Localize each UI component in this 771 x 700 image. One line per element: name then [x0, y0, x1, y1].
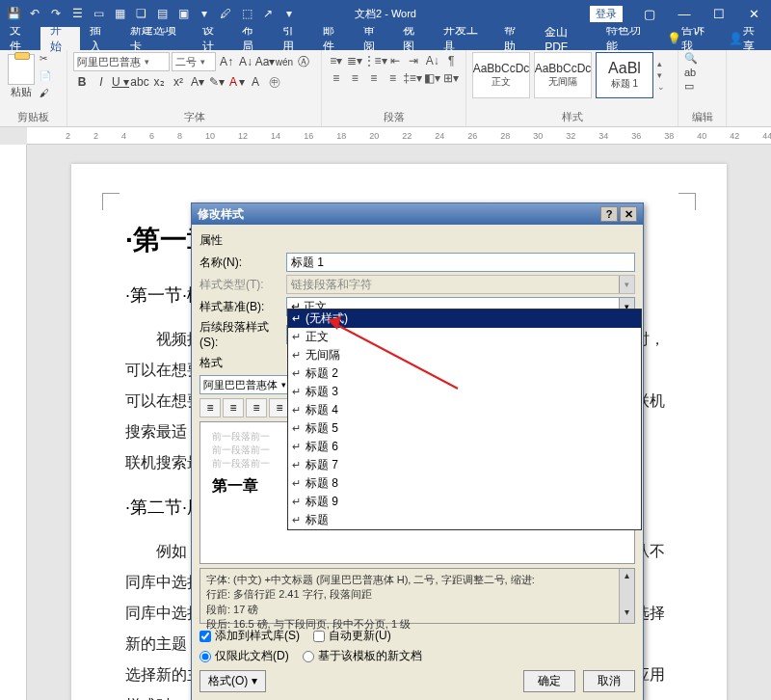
- ribbon-options-icon[interactable]: ▢: [632, 0, 667, 27]
- shrink-font-icon[interactable]: A↓: [237, 52, 254, 71]
- vertical-ruler[interactable]: [0, 145, 27, 700]
- find-icon[interactable]: 🔍: [684, 52, 720, 65]
- qat-icon[interactable]: ▭: [89, 4, 108, 23]
- save-icon[interactable]: 💾: [4, 4, 23, 23]
- qat-icon[interactable]: ▤: [152, 4, 172, 23]
- tab-review[interactable]: 审阅: [354, 27, 394, 50]
- align-center-icon[interactable]: ≡: [223, 398, 244, 417]
- grow-font-icon[interactable]: A↑: [218, 52, 235, 71]
- text-effects-icon[interactable]: A▾: [189, 73, 206, 91]
- dropdown-item-none[interactable]: ↵(无样式): [288, 310, 641, 328]
- close-icon[interactable]: ✕: [736, 0, 771, 27]
- replace-icon[interactable]: ab: [684, 67, 720, 78]
- dialog-titlebar[interactable]: 修改样式 ? ✕: [192, 203, 643, 225]
- align-right-icon[interactable]: ≡: [246, 398, 267, 417]
- close-icon[interactable]: ✕: [620, 206, 637, 222]
- style-heading1[interactable]: AaBl标题 1: [596, 52, 653, 98]
- login-button[interactable]: 登录: [590, 6, 623, 22]
- phonetic-icon[interactable]: wén: [276, 52, 293, 71]
- dropdown-item[interactable]: ↵标题: [288, 511, 641, 529]
- style-nospacing[interactable]: AaBbCcDc无间隔: [534, 52, 592, 98]
- bullets-icon[interactable]: ≡▾: [328, 52, 345, 69]
- dropdown-item[interactable]: ↵标题 5: [288, 419, 641, 438]
- show-marks-icon[interactable]: ¶: [443, 52, 461, 69]
- dropdown-item[interactable]: ↵无间隔: [288, 346, 641, 364]
- minimize-icon[interactable]: —: [667, 0, 702, 27]
- align-center-icon[interactable]: ≡: [347, 69, 364, 87]
- cut-icon[interactable]: ✂: [39, 52, 56, 67]
- format-menu-button[interactable]: 格式(O) ▾: [199, 670, 266, 692]
- tab-mailings[interactable]: 邮件: [313, 27, 354, 50]
- dropdown-item[interactable]: ↵标题 8: [288, 474, 641, 493]
- based-on-template-radio[interactable]: 基于该模板的新文档: [303, 648, 422, 664]
- qat-icon[interactable]: 🖊: [216, 4, 235, 23]
- dropdown-item[interactable]: ↵标题 7: [288, 456, 641, 474]
- line-spacing-icon[interactable]: ‡≡▾: [403, 69, 422, 87]
- tab-features[interactable]: 特色功能: [597, 27, 657, 50]
- qat-icon[interactable]: ▾: [195, 4, 214, 23]
- dropdown-item[interactable]: ↵正文: [288, 328, 641, 346]
- following-style-dropdown[interactable]: ↵(无样式) ↵正文 ↵无间隔 ↵标题 2 ↵标题 3 ↵标题 4 ↵标题 5 …: [287, 309, 642, 530]
- tab-view[interactable]: 视图: [393, 27, 434, 50]
- maximize-icon[interactable]: ☐: [702, 0, 736, 27]
- tab-references[interactable]: 引用: [273, 27, 313, 50]
- dropdown-item[interactable]: ↵标题 6: [288, 438, 641, 456]
- justify-icon[interactable]: ≡: [385, 69, 402, 87]
- bold-button[interactable]: B: [73, 73, 91, 91]
- dropdown-item[interactable]: ↵副标题: [288, 529, 641, 530]
- qat-icon[interactable]: ↗: [258, 4, 278, 23]
- tab-newtab[interactable]: 新建选项卡: [120, 27, 192, 50]
- format-painter-icon[interactable]: 🖌: [39, 87, 56, 102]
- dropdown-item[interactable]: ↵标题 3: [288, 383, 641, 401]
- tab-developer[interactable]: 开发工具: [434, 27, 494, 50]
- underline-button[interactable]: U ▾: [112, 73, 129, 91]
- tab-pdf[interactable]: 金山PDF: [535, 27, 596, 50]
- qat-more-icon[interactable]: ▾: [279, 4, 299, 23]
- font-color-icon[interactable]: A▾: [227, 73, 245, 91]
- char-shading-icon[interactable]: A: [247, 73, 264, 91]
- horizontal-ruler[interactable]: 2246810121416182022242628303234363840424…: [27, 127, 771, 145]
- style-normal[interactable]: AaBbCcDc正文: [472, 52, 530, 98]
- dropdown-item[interactable]: ↵标题 9: [288, 493, 641, 511]
- cancel-button[interactable]: 取消: [583, 670, 635, 692]
- tab-insert[interactable]: 插入: [80, 27, 120, 50]
- align-left-icon[interactable]: ≡: [199, 398, 221, 417]
- style-name-input[interactable]: 标题 1: [286, 253, 635, 272]
- superscript-button[interactable]: x²: [170, 73, 187, 91]
- only-this-doc-radio[interactable]: 仅限此文档(D): [199, 648, 289, 664]
- font-name-combo[interactable]: 阿里巴巴普惠▾: [73, 52, 170, 71]
- qat-icon[interactable]: ▣: [173, 4, 193, 23]
- tab-layout[interactable]: 布局: [232, 27, 273, 50]
- tab-file[interactable]: 文件: [0, 27, 40, 50]
- highlight-icon[interactable]: ✎▾: [208, 73, 226, 91]
- font-size-combo[interactable]: 二号▾: [172, 52, 216, 71]
- multilevel-icon[interactable]: ⋮≡▾: [365, 52, 385, 69]
- decrease-indent-icon[interactable]: ⇤: [386, 52, 404, 69]
- undo-icon[interactable]: ↶: [25, 4, 44, 23]
- tab-design[interactable]: 设计: [193, 27, 233, 50]
- ok-button[interactable]: 确定: [523, 670, 575, 692]
- qat-icon[interactable]: ❏: [131, 4, 150, 23]
- numbering-icon[interactable]: ≣▾: [347, 52, 364, 69]
- tab-help[interactable]: 帮助: [494, 27, 535, 50]
- desc-scrollbar[interactable]: ▴▾: [619, 569, 634, 623]
- subscript-button[interactable]: x₂: [150, 73, 168, 91]
- help-icon[interactable]: ?: [600, 206, 618, 222]
- select-icon[interactable]: ▭: [684, 80, 720, 93]
- italic-button[interactable]: I: [93, 73, 110, 91]
- dropdown-item[interactable]: ↵标题 4: [288, 401, 641, 419]
- sort-icon[interactable]: A↓: [424, 52, 441, 69]
- copy-icon[interactable]: 📄: [39, 69, 56, 85]
- shading-icon[interactable]: ◧▾: [424, 69, 441, 87]
- qat-icon[interactable]: ☰: [67, 4, 87, 23]
- strikethrough-button[interactable]: abc: [131, 73, 148, 91]
- align-right-icon[interactable]: ≡: [365, 69, 383, 87]
- dropdown-item[interactable]: ↵标题 2: [288, 364, 641, 383]
- paste-button[interactable]: 粘贴: [6, 52, 37, 99]
- tab-home[interactable]: 开始: [40, 27, 81, 50]
- styles-gallery-more[interactable]: ▴▾⌄: [657, 52, 671, 98]
- char-format-icon[interactable]: Ⓐ: [295, 52, 312, 71]
- enclose-char-icon[interactable]: ㊥: [266, 73, 283, 91]
- redo-icon[interactable]: ↷: [46, 4, 66, 23]
- qat-icon[interactable]: ⬚: [237, 4, 256, 23]
